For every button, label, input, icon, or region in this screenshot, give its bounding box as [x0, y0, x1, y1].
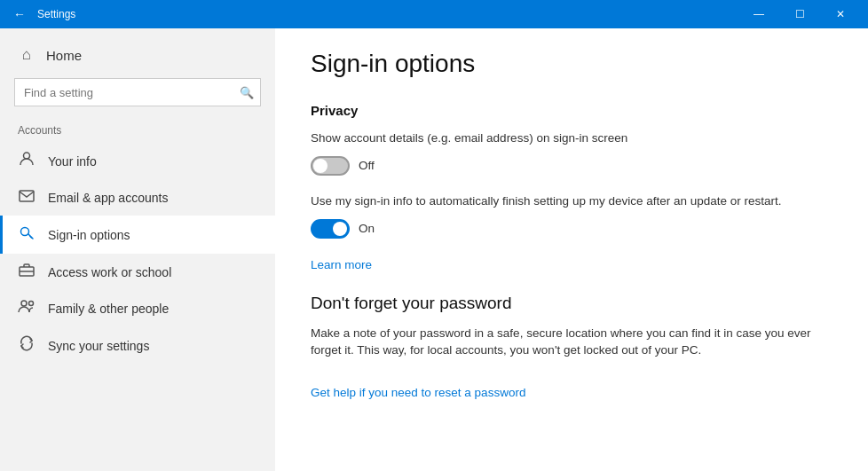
title-bar-title: Settings	[37, 8, 738, 20]
toggle1-description: Show account details (e.g. email address…	[311, 130, 825, 147]
sidebar-item-your-info-label: Your info	[48, 154, 97, 169]
person-icon	[18, 151, 36, 171]
sync-icon	[18, 335, 36, 356]
toggle2-description: Use my sign-in info to automatically fin…	[311, 193, 825, 210]
svg-rect-1	[20, 191, 34, 201]
sidebar-item-family-other[interactable]: Family & other people	[0, 290, 275, 326]
title-bar: ← Settings — ☐ ✕	[0, 0, 868, 28]
sidebar-item-sign-in-label: Sign-in options	[48, 228, 130, 242]
minimize-button[interactable]: —	[738, 0, 779, 28]
sidebar-section-label: Accounts	[0, 117, 275, 142]
password-header: Don't forget your password	[311, 294, 832, 313]
svg-point-5	[21, 301, 27, 306]
privacy-toggle-2[interactable]	[311, 219, 350, 239]
toggle1-control: Off	[311, 156, 832, 176]
toggle2-row: Use my sign-in info to automatically fin…	[311, 193, 832, 239]
sidebar-item-sign-in-options[interactable]: Sign-in options	[0, 216, 275, 254]
app-body: Home 🔍 Accounts Your info	[0, 28, 868, 471]
toggle1-thumb	[313, 159, 327, 173]
sidebar-item-family-label: Family & other people	[48, 302, 169, 316]
sidebar-item-home[interactable]: Home	[0, 28, 275, 78]
close-button[interactable]: ✕	[820, 0, 861, 28]
key-icon	[18, 224, 36, 245]
sidebar-item-sync-label: Sync your settings	[48, 339, 149, 353]
toggle2-control: On	[311, 219, 832, 239]
toggle1-label: Off	[359, 159, 375, 172]
sidebar-item-email-app-accounts[interactable]: Email & app accounts	[0, 180, 275, 216]
content-area: Sign-in options Privacy Show account det…	[275, 28, 868, 471]
privacy-header: Privacy	[311, 103, 832, 118]
reset-password-link[interactable]: Get help if you need to reset a password	[311, 386, 525, 399]
sidebar: Home 🔍 Accounts Your info	[0, 28, 275, 471]
search-icon: 🔍	[240, 86, 254, 99]
privacy-toggle-1[interactable]	[311, 156, 350, 176]
sidebar-item-email-label: Email & app accounts	[48, 191, 168, 205]
learn-more-link[interactable]: Learn more	[311, 258, 372, 271]
privacy-section: Privacy Show account details (e.g. email…	[311, 103, 832, 272]
search-input[interactable]	[14, 78, 261, 106]
sidebar-item-your-info[interactable]: Your info	[0, 142, 275, 180]
svg-point-0	[24, 153, 30, 159]
sidebar-search: 🔍	[14, 78, 261, 106]
family-icon	[18, 299, 36, 318]
toggle1-row: Show account details (e.g. email address…	[311, 130, 832, 176]
password-section: Don't forget your password Make a note o…	[311, 294, 832, 400]
sidebar-item-sync-settings[interactable]: Sync your settings	[0, 326, 275, 365]
briefcase-icon	[18, 263, 36, 281]
toggle2-thumb	[333, 222, 347, 236]
sidebar-item-work-label: Access work or school	[48, 265, 171, 279]
maximize-button[interactable]: ☐	[779, 0, 820, 28]
sidebar-item-access-work-school[interactable]: Access work or school	[0, 254, 275, 290]
title-bar-back-button[interactable]: ←	[7, 2, 32, 27]
password-description: Make a note of your password in a safe, …	[311, 326, 825, 359]
title-bar-controls: — ☐ ✕	[738, 0, 861, 28]
sidebar-home-label: Home	[46, 48, 82, 63]
page-title: Sign-in options	[311, 50, 832, 78]
back-arrow-icon: ←	[13, 7, 26, 21]
toggle2-label: On	[359, 222, 375, 235]
email-icon	[18, 189, 36, 207]
home-icon	[18, 46, 36, 64]
svg-point-6	[29, 302, 34, 306]
